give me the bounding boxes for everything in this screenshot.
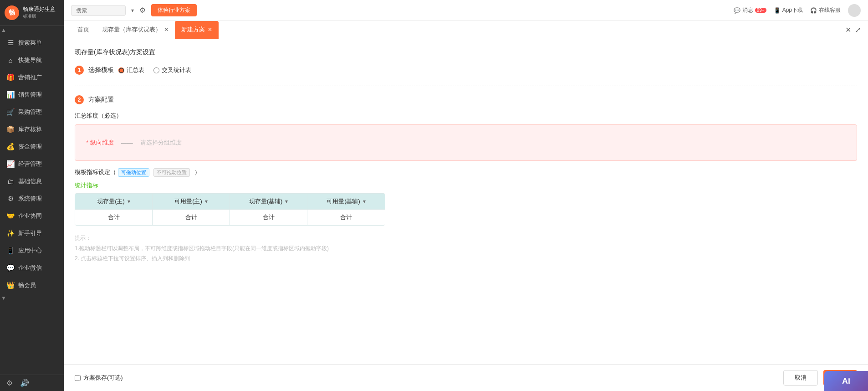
stats-section-title: 统计指标 xyxy=(75,181,857,190)
sidebar-item-app-center[interactable]: 📱应用中心 xyxy=(0,242,64,259)
user-avatar[interactable] xyxy=(848,4,861,17)
section1-title: 选择模板 xyxy=(88,66,114,74)
section2-header: 2 方案配置 xyxy=(75,95,857,104)
tab-label-new-plan: 新建方案 xyxy=(181,26,205,34)
sidebar-icon-inventory: 📦 xyxy=(6,125,15,134)
message-badge: 99+ xyxy=(755,8,766,13)
online-service-btn[interactable]: 🎧 在线客服 xyxy=(810,6,841,14)
sidebar-label-search-menu: 搜索菜单 xyxy=(18,39,42,47)
sidebar: 畅 畅康通好生意 标准版 ▲ ☰搜索菜单⌂快捷导航🎁营销推广📊销售管理🛒采购管理… xyxy=(0,0,64,391)
tab-close-inventory-status[interactable]: ✕ xyxy=(164,27,168,32)
sidebar-item-purchase[interactable]: 🛒采购管理 xyxy=(0,103,64,121)
sidebar-item-inventory[interactable]: 📦库存核算 xyxy=(0,121,64,138)
stats-col-body-2: 合计 xyxy=(230,210,307,225)
sidebar-label-app-center: 应用中心 xyxy=(18,247,42,255)
vertical-dimension-label: * 纵向维度 xyxy=(86,139,114,147)
stats-col-3: 可用量(基辅) ▾ 合计 xyxy=(307,194,385,225)
sidebar-item-finance[interactable]: 💰资金管理 xyxy=(0,138,64,155)
radio-text-cross: 交叉统计表 xyxy=(162,66,191,74)
sidebar-item-cooperation[interactable]: 🤝企业协同 xyxy=(0,207,64,225)
sidebar-volume-btn[interactable]: 🔊 xyxy=(20,379,29,387)
stats-col-body-1: 合计 xyxy=(153,210,230,225)
sidebar-icon-marketing: 🎁 xyxy=(6,73,15,82)
stats-col-header-0[interactable]: 现存量(主) ▾ xyxy=(75,194,152,210)
logo-text: 畅康通好生意 标准版 xyxy=(23,6,56,20)
ai-float-button[interactable]: Ai xyxy=(824,371,868,391)
stats-col-dropdown-3[interactable]: ▾ xyxy=(363,198,366,205)
tab-label-home: 首页 xyxy=(77,26,89,34)
tab-home[interactable]: 首页 xyxy=(71,21,96,39)
sidebar-scroll-up[interactable]: ▲ xyxy=(0,26,64,34)
sidebar-label-purchase: 采购管理 xyxy=(18,108,42,116)
stats-col-dropdown-1[interactable]: ▾ xyxy=(205,198,208,205)
save-checkbox[interactable] xyxy=(75,375,81,381)
message-icon: 💬 xyxy=(734,7,740,14)
movable-tag: 可拖动位置 xyxy=(118,168,149,177)
topbar-gear-btn[interactable]: ⚙ xyxy=(139,6,146,15)
sidebar-icon-basic-info: 🗂 xyxy=(6,177,15,185)
topbar-right: 💬 消息 99+ 📱 App下载 🎧 在线客服 xyxy=(734,4,861,17)
radio-label-summary[interactable]: 汇总表 xyxy=(118,66,144,74)
message-btn[interactable]: 💬 消息 99+ xyxy=(734,6,766,14)
stats-col-dropdown-2[interactable]: ▾ xyxy=(285,198,288,205)
footer-bar: 方案保存(可选) 取消 查询 xyxy=(64,364,868,391)
sidebar-icon-cooperation: 🤝 xyxy=(6,212,15,220)
sidebar-item-operation[interactable]: 📈经营管理 xyxy=(0,155,64,173)
search-input[interactable] xyxy=(71,5,126,16)
dimension-alert-box[interactable]: * 纵向维度 —— 请选择分组维度 xyxy=(75,124,857,161)
sidebar-scroll-down[interactable]: ▼ xyxy=(0,294,64,302)
sidebar-icon-newbie: ✨ xyxy=(6,229,15,237)
stats-col-dropdown-0[interactable]: ▾ xyxy=(128,198,130,205)
stats-col-header-2[interactable]: 现存量(基辅) ▾ xyxy=(230,194,307,210)
tab-inventory-status[interactable]: 现存量（库存状况表）✕ xyxy=(96,21,175,39)
radio-label-cross[interactable]: 交叉统计表 xyxy=(153,66,191,74)
sidebar-item-sales[interactable]: 📊销售管理 xyxy=(0,86,64,103)
tab-close-btn[interactable]: ✕ xyxy=(845,26,851,34)
tab-new-plan[interactable]: 新建方案✕ xyxy=(175,21,219,39)
tabs-container: 首页现存量（库存状况表）✕新建方案✕ xyxy=(71,21,219,39)
sidebar-item-enterprise-wechat[interactable]: 💬企业微信 xyxy=(0,259,64,277)
save-option-label: 方案保存(可选) xyxy=(83,374,123,382)
app-download-label: App下载 xyxy=(782,6,803,14)
save-option[interactable]: 方案保存(可选) xyxy=(75,374,123,382)
section-config: 2 方案配置 汇总维度（必选） * 纵向维度 —— 请选择分组维度 模板指标设定… xyxy=(75,95,857,263)
sidebar-item-newbie[interactable]: ✨新手引导 xyxy=(0,225,64,242)
dimension-label: 汇总维度（必选） xyxy=(75,112,857,120)
sidebar-label-enterprise-wechat: 企业微信 xyxy=(18,264,42,272)
stats-col-body-0: 合计 xyxy=(75,210,152,225)
trial-btn[interactable]: 体验行业方案 xyxy=(151,4,197,16)
sidebar-item-quick-nav[interactable]: ⌂快捷导航 xyxy=(0,51,64,69)
app-download-btn[interactable]: 📱 App下载 xyxy=(774,6,803,14)
radio-summary[interactable] xyxy=(118,67,124,73)
sidebar-item-search-menu[interactable]: ☰搜索菜单 xyxy=(0,34,64,51)
radio-cross[interactable] xyxy=(153,67,159,73)
sidebar-item-system[interactable]: ⚙系统管理 xyxy=(0,190,64,207)
indicator-setting-label: 模板指标设定（ 可拖动位置 不可拖动位置 ） xyxy=(75,168,857,177)
dimension-dash: —— xyxy=(121,139,133,146)
sidebar-item-marketing[interactable]: 🎁营销推广 xyxy=(0,69,64,86)
app-logo: 畅 畅康通好生意 标准版 xyxy=(0,0,64,26)
headset-icon: 🎧 xyxy=(810,7,817,14)
sidebar-icon-quick-nav: ⌂ xyxy=(6,56,15,64)
sidebar-settings-btn[interactable]: ⚙ xyxy=(6,379,13,387)
message-label: 消息 xyxy=(742,6,753,14)
sidebar-icon-purchase: 🛒 xyxy=(6,108,15,116)
tab-close-new-plan[interactable]: ✕ xyxy=(208,27,212,32)
sidebar-item-member[interactable]: 👑畅会员 xyxy=(0,277,64,294)
stats-col-header-3[interactable]: 可用量(基辅) ▾ xyxy=(307,194,385,210)
tab-expand-btn[interactable]: ⤢ xyxy=(855,26,861,34)
sidebar-item-basic-info[interactable]: 🗂基础信息 xyxy=(0,173,64,190)
sidebar-icon-app-center: 📱 xyxy=(6,247,15,255)
topbar: ▾ ⚙ 体验行业方案 💬 消息 99+ 📱 App下载 🎧 在线客服 xyxy=(64,0,868,21)
sidebar-icon-enterprise-wechat: 💬 xyxy=(6,264,15,272)
stats-col-label-2: 现存量(基辅) xyxy=(249,197,283,206)
radio-text-summary: 汇总表 xyxy=(127,66,144,74)
stats-col-header-1[interactable]: 可用量(主) ▾ xyxy=(153,194,230,210)
hints-list: 1.拖动标题栏可以调整布局，不可跨维度或指标区域拖动栏目字段(只能在同一维度或指… xyxy=(75,244,857,263)
sidebar-label-finance: 资金管理 xyxy=(18,143,42,151)
sidebar-label-marketing: 营销推广 xyxy=(18,73,42,82)
topbar-dropdown-btn[interactable]: ▾ xyxy=(131,7,134,14)
stats-table: 现存量(主) ▾ 合计 可用量(主) ▾ 合计 现存量(基辅) ▾ 合计 可用量… xyxy=(75,193,385,226)
sidebar-icon-operation: 📈 xyxy=(6,160,15,168)
cancel-button[interactable]: 取消 xyxy=(783,370,818,386)
